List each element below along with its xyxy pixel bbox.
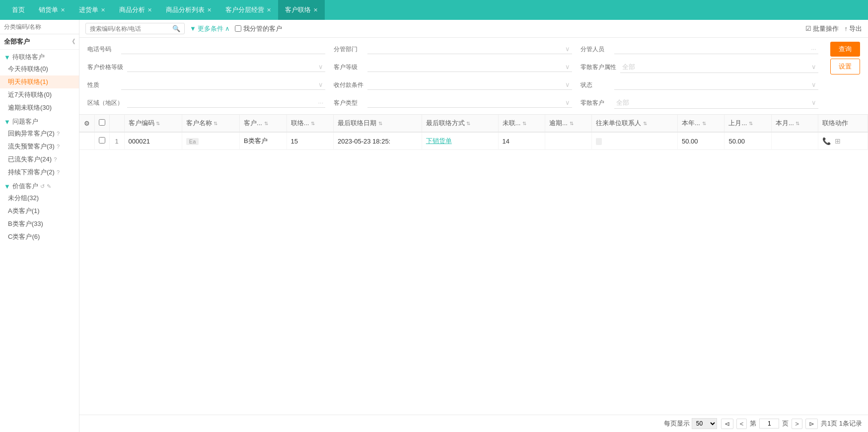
last-contact-method-link[interactable]: 下销货单 xyxy=(426,137,452,144)
this-month-header: 本月... xyxy=(776,119,794,127)
table-col-contact-count[interactable]: 联络... ⇅ xyxy=(287,115,333,132)
filter-cell-manager: 分管人员 ··· xyxy=(580,42,818,57)
next-page-btn[interactable]: > xyxy=(792,419,802,429)
sidebar-item-churned[interactable]: 已流失客户(24) ? xyxy=(0,153,79,166)
table-col-last-contact-date[interactable]: 最后联络日期 ⇅ xyxy=(333,115,422,132)
nav-sales-order[interactable]: 销货单 ✕ xyxy=(32,0,72,20)
sidebar-item-class-b[interactable]: B类客户(33) xyxy=(0,217,79,230)
sidebar-search-box[interactable]: 🔍 xyxy=(0,20,79,34)
table-col-customer-type[interactable]: 客户... ⇅ xyxy=(240,115,287,132)
sidebar-item-ungrouped[interactable]: 未分组(32) xyxy=(0,192,79,205)
nav-home[interactable]: 首页 xyxy=(5,0,32,20)
filter-cell-region: 区域（地区） ··· xyxy=(87,95,325,110)
main-search-input[interactable] xyxy=(90,25,172,32)
per-page-select[interactable]: 50 100 200 xyxy=(692,418,717,429)
sidebar-item-class-c[interactable]: C类客户(6) xyxy=(0,230,79,243)
sidebar-item-declining[interactable]: 持续下滑客户(2) ? xyxy=(0,166,79,179)
nav-customer-stratification[interactable]: 客户分层经营 ✕ xyxy=(218,0,278,20)
dept-select[interactable]: ∨ xyxy=(367,44,572,54)
value-refresh-icon[interactable]: ↺ xyxy=(40,183,45,190)
customer-table: ⚙ 客户编码 ⇅ 客户名称 ⇅ 客户... ⇅ xyxy=(79,115,868,150)
price-level-select[interactable]: ∨ xyxy=(127,62,325,72)
row-contact-count: 15 xyxy=(287,132,333,150)
filter-cell-scatter-attr: 零散客户属性 全部 ∨ xyxy=(580,60,818,74)
table-col-customer-code[interactable]: 客户编码 ⇅ xyxy=(124,115,182,132)
footer-page-size: 每页显示 50 100 200 xyxy=(664,418,717,429)
export-btn[interactable]: ↑ 导出 xyxy=(845,24,863,33)
filter-cell-dept: 分管部门 ∨ xyxy=(334,42,572,57)
table-col-last-month[interactable]: 上月... ⇅ xyxy=(724,115,771,132)
phone-action-icon[interactable]: 📞 xyxy=(822,137,831,145)
table-col-unit-contact[interactable]: 往来单位联系人 ⇅ xyxy=(592,115,678,132)
my-manage-checkbox-label[interactable]: 我分管的客户 xyxy=(235,24,282,33)
scatter-attr-select[interactable]: 全部 ∨ xyxy=(620,62,818,73)
last-page-btn[interactable]: ⊳ xyxy=(805,419,818,429)
status-select[interactable]: ∨ xyxy=(614,80,818,90)
table-col-this-year[interactable]: 本年... ⇅ xyxy=(678,115,724,132)
filter-cell-scatter-customer: 零散客户 全部 ∨ xyxy=(580,95,818,110)
batch-op-btn[interactable]: ☑ 批量操作 xyxy=(805,24,839,33)
row-contact-action[interactable]: 📞 ⊞ xyxy=(818,132,868,150)
sidebar-item-overdue[interactable]: 逾期未联络(30) xyxy=(0,101,79,114)
close-sales-order-icon[interactable]: ✕ xyxy=(61,7,65,13)
manager-label: 分管人员 xyxy=(580,45,610,54)
close-customer-contact-icon[interactable]: ✕ xyxy=(313,7,318,13)
sidebar-item-tomorrow[interactable]: 明天待联络(1) xyxy=(0,75,79,88)
row-checkbox[interactable] xyxy=(94,132,109,150)
close-product-analysis-icon[interactable]: ✕ xyxy=(147,7,152,13)
customer-level-select[interactable]: ∨ xyxy=(367,62,572,72)
close-purchase-order-icon[interactable]: ✕ xyxy=(101,7,105,13)
row-select-checkbox[interactable] xyxy=(99,137,105,144)
scatter-customer-select[interactable]: 全部 ∨ xyxy=(614,97,818,109)
close-customer-stratification-icon[interactable]: ✕ xyxy=(267,7,271,13)
value-edit-icon[interactable]: ✎ xyxy=(47,183,51,190)
table-col-overdue[interactable]: 逾期... ⇅ xyxy=(545,115,592,132)
setting-button[interactable]: 设置 xyxy=(830,59,860,74)
nav-product-analysis-list[interactable]: 商品分析列表 ✕ xyxy=(159,0,218,20)
my-manage-checkbox[interactable] xyxy=(235,25,241,32)
more-filter-btn[interactable]: ▼ 更多条件 ∧ xyxy=(190,24,230,33)
sidebar-item-repurchase-abnormal[interactable]: 回购异常客户(2) ? xyxy=(0,127,79,140)
close-product-analysis-list-icon[interactable]: ✕ xyxy=(207,7,212,13)
nav-product-analysis[interactable]: 商品分析 ✕ xyxy=(112,0,159,20)
sidebar-item-7days[interactable]: 近7天待联络(0) xyxy=(0,88,79,101)
row-customer-code[interactable]: 000021 xyxy=(124,132,182,150)
prev-page-btn[interactable]: < xyxy=(736,419,747,429)
table-col-gear[interactable]: ⚙ xyxy=(79,115,94,132)
row-this-year: 50.00 xyxy=(678,132,724,150)
table-col-contact-action[interactable]: 联络动作 xyxy=(818,115,868,132)
nav-purchase-order[interactable]: 进货单 ✕ xyxy=(72,0,112,20)
this-year-header: 本年... xyxy=(682,119,700,127)
table-col-last-contact-method[interactable]: 最后联络方式 ⇅ xyxy=(422,115,498,132)
manager-dots-select[interactable]: ··· xyxy=(614,44,818,54)
unit-contact-masked xyxy=(596,138,602,145)
sidebar-search-input[interactable] xyxy=(4,23,78,30)
select-all-checkbox[interactable] xyxy=(99,119,105,126)
export-label: 导出 xyxy=(849,24,862,33)
row-gear xyxy=(79,132,94,150)
main-layout: 🔍 全部客户 《 ▼ 待联络客户 今天待联络(0) 明天待联络(1) 近7天待联… xyxy=(0,20,868,432)
region-dots-select[interactable]: ··· xyxy=(127,98,325,108)
table-col-not-contacted[interactable]: 未联... ⇅ xyxy=(498,115,545,132)
nature-label: 性质 xyxy=(87,81,117,89)
row-last-contact-method[interactable]: 下销货单 xyxy=(422,132,498,150)
main-search-box[interactable]: 🔍 xyxy=(85,23,185,34)
phone-input[interactable] xyxy=(121,45,325,54)
nature-select[interactable]: ∨ xyxy=(121,80,325,90)
grid-action-icon[interactable]: ⊞ xyxy=(835,137,841,145)
sidebar-item-class-a[interactable]: A类客户(1) xyxy=(0,205,79,217)
nav-customer-contact[interactable]: 客户联络 ✕ xyxy=(278,0,325,20)
sidebar-item-churn-warning[interactable]: 流失预警客户(3) ? xyxy=(0,140,79,153)
customer-type-select[interactable]: ∨ xyxy=(367,98,572,108)
table-col-checkbox[interactable] xyxy=(94,115,109,132)
query-button[interactable]: 查询 xyxy=(830,42,860,57)
help-icon-3: ? xyxy=(54,156,57,162)
first-page-btn[interactable]: ⊲ xyxy=(721,419,733,429)
payment-terms-select[interactable]: ∨ xyxy=(367,80,572,90)
sidebar-all-customers[interactable]: 全部客户 《 xyxy=(0,34,79,50)
table-col-customer-name[interactable]: 客户名称 ⇅ xyxy=(182,115,239,132)
page-number-input[interactable] xyxy=(759,419,779,429)
table-col-this-month[interactable]: 本月... ⇅ xyxy=(771,115,818,132)
main-search-icon[interactable]: 🔍 xyxy=(172,25,180,32)
sidebar-item-today[interactable]: 今天待联络(0) xyxy=(0,63,79,75)
